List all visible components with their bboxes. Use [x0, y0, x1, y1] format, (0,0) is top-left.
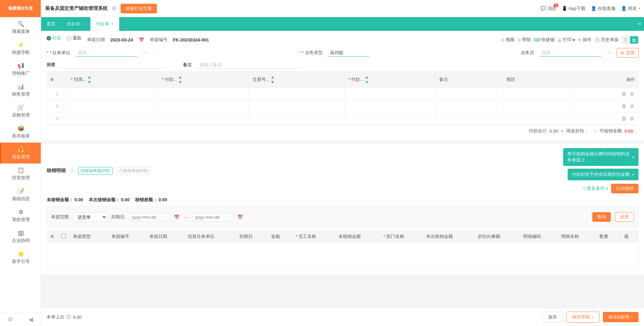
help-action[interactable]: ⊙ 帮助 — [517, 37, 531, 43]
trial-button[interactable]: 体验行业方案 — [121, 4, 157, 13]
sidebar-item-search[interactable]: 🔍 搜索菜单 — [0, 17, 41, 38]
done-badge[interactable]: 已核销单据(0笔) — [117, 167, 151, 175]
sum-plus: + — [561, 129, 564, 134]
sidebar-item-label: 搜索菜单 — [12, 28, 30, 35]
cell-transaction-1[interactable] — [249, 88, 345, 100]
tab-bar-close-all-icon[interactable]: × — [638, 21, 641, 27]
header-settings-icon[interactable]: ⚙ — [112, 5, 116, 12]
shortcut-action[interactable]: ⌨ 快捷键 — [534, 37, 555, 43]
cell-settlement-2[interactable] — [67, 100, 158, 112]
cell-settlement-3[interactable] — [67, 112, 158, 125]
cell-payment-account-1[interactable] — [158, 88, 249, 100]
query-button[interactable]: 查询 — [592, 212, 611, 222]
sidebar-collapse-icon[interactable]: ◀ — [28, 316, 33, 323]
row-delete-icon-2[interactable]: 🗑 — [621, 102, 628, 110]
discard-button[interactable]: 放弃 — [542, 312, 563, 323]
tab-payment[interactable]: 付款单 × — [90, 17, 119, 31]
row-copy-icon-1[interactable]: ⊕ — [629, 90, 635, 98]
radio-payment-label: 付款 — [52, 35, 61, 41]
sidebar-settings-icon[interactable]: ⚙ — [8, 316, 13, 323]
message-button[interactable]: 💬 消息 6 — [541, 5, 556, 12]
cell-transaction-3[interactable] — [249, 112, 345, 125]
business-type-select[interactable]: 应付款 — [328, 49, 369, 57]
due-date-end-cal-icon[interactable]: 📅 — [237, 215, 243, 220]
sidebar-item-marketing[interactable]: 📢 营销推广 — [0, 59, 41, 80]
sidebar-item-label: 基础信息 — [12, 196, 30, 202]
view-grid-icon[interactable]: ▤ — [630, 36, 638, 44]
counterparty-input[interactable] — [76, 49, 137, 57]
sidebar-item-sales[interactable]: 📊 销售管理 — [0, 80, 41, 101]
tooltip-distribute-close[interactable]: × — [632, 155, 634, 160]
cell-payment-account-3[interactable] — [158, 112, 249, 125]
voucher-range-select[interactable]: 进货单 — [73, 213, 107, 222]
sidebar-item-purchase[interactable]: 🛒 采购管理 — [0, 101, 41, 122]
user-menu-button[interactable]: 👤 用友 ▾ — [621, 5, 640, 12]
sidebar-item-system[interactable]: ⚙ 系统管理 — [0, 205, 41, 226]
sidebar-item-finance[interactable]: 💰 资金管理 — [0, 143, 41, 164]
settings-button[interactable]: ⚙ 设置 — [617, 48, 639, 58]
payment-detail-table: ⚙ * 结算... ▲▼ * 付款... ▲▼ — [47, 71, 639, 125]
sidebar-item-guide[interactable]: 🌟 新手引导 — [0, 247, 41, 268]
save-new-button[interactable]: 保存&新增 ∧ — [603, 312, 639, 322]
radio-refund-input[interactable] — [67, 36, 71, 40]
select-all-checkbox[interactable] — [61, 234, 66, 238]
form-header-actions: ⊙ 视频 ⊙ 帮助 ⌨ 快捷键 🖨 打印 ▾ — [501, 36, 639, 44]
cell-project-2[interactable] — [503, 100, 570, 112]
date-value: 2023-03-24 — [110, 37, 133, 43]
system-title: 装备及固定资产辅助管理系统 — [45, 5, 108, 12]
due-date-end-input[interactable] — [192, 213, 233, 221]
form-fields-row: * 往来单位 ··· * 业务类型 应付款 业务员 ··· ⚙ 设置 — [47, 48, 639, 58]
cell-payment-amount-1[interactable] — [345, 88, 435, 100]
sidebar-item-quick-nav[interactable]: ⚡ 快捷导航 — [0, 38, 41, 59]
due-date-start-cal-icon[interactable]: 📅 — [174, 215, 179, 220]
note-input[interactable] — [197, 61, 300, 69]
history-action[interactable]: 🕐 历史单据 — [594, 37, 619, 43]
video-action[interactable]: ⊙ 视频 — [501, 37, 515, 43]
staff-more-icon[interactable]: ··· — [607, 50, 611, 56]
row-copy-icon-2[interactable]: ⊕ — [629, 102, 635, 110]
sidebar-item-inventory[interactable]: 📦 库存核算 — [0, 122, 41, 143]
staff-input[interactable] — [540, 49, 601, 57]
app-download-icon: 📱 — [562, 6, 567, 11]
calendar-icon[interactable]: 📅 — [139, 37, 144, 43]
radio-refund[interactable]: 退款 — [67, 35, 82, 41]
due-date-start-input[interactable] — [129, 213, 170, 221]
cell-transaction-2[interactable] — [249, 100, 345, 112]
cell-settlement-1[interactable] — [67, 88, 158, 100]
tab-payment-close-icon[interactable]: × — [111, 22, 114, 26]
cell-note-3[interactable] — [436, 112, 503, 125]
row-delete-icon-1[interactable]: 🗑 — [621, 90, 628, 98]
customer-service-button[interactable]: 👤 在线客服 — [591, 5, 616, 12]
app-download-button[interactable]: 📱 App下载 — [562, 5, 585, 12]
cell-note-1[interactable] — [436, 88, 503, 100]
set-button[interactable]: 设置 — [615, 212, 634, 222]
row-copy-icon-3[interactable]: ⊕ — [629, 114, 635, 122]
auto-verify-button[interactable]: 自动核销 — [611, 184, 639, 193]
radio-payment[interactable]: 付款 — [47, 35, 61, 41]
operations-action[interactable]: ✏ 操作 — [578, 37, 592, 43]
save-draft-button[interactable]: 保存草稿 ∧ — [566, 312, 599, 323]
view-list-icon[interactable]: ☰ — [622, 36, 630, 44]
row-delete-icon-3[interactable]: 🗑 — [621, 115, 628, 122]
print-action[interactable]: 🖨 打印 ▾ — [557, 37, 575, 43]
sidebar-item-basic[interactable]: 📝 基础信息 — [0, 184, 41, 205]
verification-info-icon[interactable]: ⓘ — [70, 168, 74, 174]
cell-project-3[interactable] — [503, 112, 570, 125]
radio-payment-input[interactable] — [47, 36, 51, 40]
pending-badge[interactable]: 待核销单据(0笔) — [78, 167, 113, 175]
counterparty-more-icon[interactable]: ··· — [143, 50, 147, 56]
cell-payment-account-2[interactable] — [158, 100, 249, 112]
cell-payment-amount-2[interactable] — [345, 100, 435, 112]
cell-payment-amount-3[interactable] — [345, 112, 435, 125]
sidebar-item-enterprise[interactable]: 🏢 企业协同 — [0, 226, 41, 247]
tab-bar: 首页 收款单 × 付款单 × × — [41, 17, 644, 31]
cell-project-1[interactable] — [503, 88, 570, 100]
tab-receipts-close-icon[interactable]: × — [82, 22, 85, 26]
cell-note-2[interactable] — [436, 100, 503, 112]
sidebar-item-operations[interactable]: 📋 经营管理 — [0, 164, 41, 184]
more-filter-button[interactable]: ▽ 更多条件 ∧ — [583, 185, 608, 192]
tooltip-discount-close[interactable]: × — [632, 172, 634, 177]
tab-home[interactable]: 首页 — [41, 17, 61, 31]
summary-input[interactable] — [61, 61, 164, 69]
tab-receipts[interactable]: 收款单 × — [61, 17, 90, 31]
